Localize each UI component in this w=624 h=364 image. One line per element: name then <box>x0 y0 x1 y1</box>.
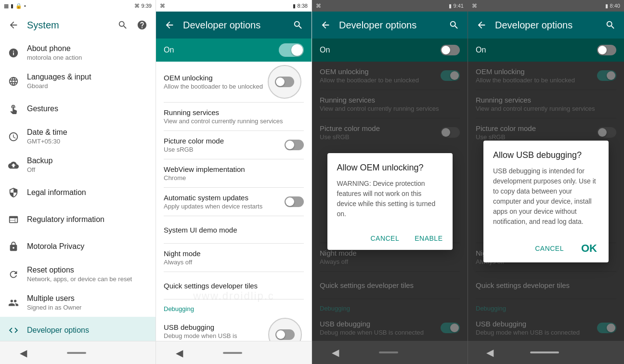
sidebar-item-languages[interactable]: Languages & input Gboard <box>0 67 156 95</box>
nav-bar-left: ◀ <box>0 341 156 364</box>
settings-system-ui-demo[interactable]: System UI demo mode <box>156 216 312 243</box>
developer-label: Developer options <box>27 326 89 335</box>
backup-sub: Off <box>27 166 52 173</box>
nav-back-r2[interactable]: ◀ <box>486 347 494 358</box>
datetime-sub: GMT+05:30 <box>27 138 67 145</box>
lang-sub: Gboard <box>27 82 91 90</box>
help-button-system[interactable] <box>136 19 148 31</box>
appbar-r2: Developer options <box>468 12 624 39</box>
developer-toggle-r2[interactable] <box>597 45 616 55</box>
sidebar-item-regulatory[interactable]: Regulatory information <box>0 206 156 233</box>
on-text-mid: On <box>164 46 174 54</box>
status-icons-left: ▦ ▮ 🔒 • <box>4 3 26 9</box>
sidebar-item-about-phone[interactable]: About phone motorola one action <box>0 39 156 67</box>
status-right-mid: ▮ 8:38 <box>293 3 308 9</box>
nav-back-icon[interactable]: ◀ <box>20 347 27 359</box>
status-bar-r2: ⌘ ▮ 8:40 <box>468 0 624 12</box>
back-button-r1[interactable] <box>320 19 331 31</box>
panel-system-settings: ▦ ▮ 🔒 • ⌘ 9:39 System About phone <box>0 0 156 364</box>
oem-enable-button[interactable]: Enable <box>409 231 448 246</box>
sidebar-text-backup: Backup Off <box>27 156 52 173</box>
color-sub: Use sRGB <box>164 146 224 153</box>
oem-toggle-knob <box>276 78 285 86</box>
usb-toggle[interactable] <box>275 329 295 340</box>
sidebar-text-lang: Languages & input Gboard <box>27 73 91 90</box>
status-bar-left: ▦ ▮ 🔒 • ⌘ 9:39 <box>0 0 156 12</box>
users-sub: Signed in as Owner <box>27 304 81 311</box>
auto-toggle[interactable] <box>285 196 304 207</box>
usb-ok-button[interactable]: OK <box>573 238 605 259</box>
status-icons-mid: ⌘ <box>160 3 165 9</box>
nav-back-mid[interactable]: ◀ <box>176 347 183 359</box>
oem-dialog-content: WARNING: Device protection features will… <box>327 179 453 227</box>
sidebar-item-legal[interactable]: Legal information <box>0 179 156 206</box>
color-toggle[interactable] <box>285 140 304 150</box>
settings-picture-color[interactable]: Picture color mode Use sRGB <box>156 131 312 159</box>
time-left: 9:39 <box>142 3 152 9</box>
sidebar-text-gestures: Gestures <box>27 104 58 113</box>
developer-toggle-r1[interactable] <box>441 45 460 55</box>
nav-home-r1[interactable] <box>379 351 398 353</box>
oem-cancel-button[interactable]: Cancel <box>364 231 405 246</box>
demo-title: System UI demo mode <box>164 226 304 234</box>
toggle-knob-r1 <box>442 46 450 54</box>
reset-sub: Network, apps, or device can be reset <box>27 275 132 283</box>
back-button-r2[interactable] <box>476 19 487 31</box>
nav-bar-r1: ◀ <box>312 341 468 364</box>
settings-night-mode[interactable]: Night mode Always off <box>156 244 312 272</box>
status-right-r1: ▮ 9:41 <box>449 3 464 9</box>
settings-qs-dev-tiles[interactable]: Quick settings developer tiles <box>156 272 312 299</box>
sidebar-item-backup[interactable]: Backup Off <box>0 151 156 179</box>
nav-home-mid[interactable] <box>223 352 242 354</box>
sidebar-item-reset[interactable]: Reset options Network, apps, or device c… <box>0 260 156 288</box>
debugging-label-mid: Debugging <box>156 299 312 314</box>
wifi-icon-l: ⌘ <box>134 3 140 9</box>
oem-toggle-mid[interactable] <box>275 77 294 87</box>
sidebar-text-users: Multiple users Signed in as Owner <box>27 294 81 311</box>
nav-home-indicator[interactable] <box>67 352 86 354</box>
back-button-dev-mid[interactable] <box>164 19 175 31</box>
search-button-dev-mid[interactable] <box>292 19 304 31</box>
appbar-title-dev-mid: Developer options <box>183 20 285 31</box>
settings-oem-unlocking[interactable]: OEM unlocking Allow the bootloader to be… <box>156 62 312 102</box>
search-button-system[interactable] <box>117 19 129 31</box>
color-row: Picture color mode Use sRGB <box>164 137 304 153</box>
time-r1: 9:41 <box>454 3 464 9</box>
settings-running-services[interactable]: Running services View and control curren… <box>156 103 312 130</box>
status-icons-r1: ⌘ <box>316 3 321 9</box>
usb-text: USB debugging Debug mode when USB is con… <box>164 323 266 341</box>
usb-cancel-button[interactable]: Cancel <box>529 241 570 256</box>
on-banner-r2: On <box>468 39 624 62</box>
sidebar-item-developer[interactable]: Developer options <box>0 317 156 341</box>
search-button-r1[interactable] <box>448 19 460 31</box>
back-button-system[interactable] <box>8 19 19 31</box>
settings-webview[interactable]: WebView implementation Chrome <box>156 159 312 187</box>
toggle-knob-mid <box>291 44 303 56</box>
sidebar-item-privacy[interactable]: Motorola Privacy <box>0 233 156 260</box>
developer-toggle-mid[interactable] <box>279 43 304 57</box>
sidebar-item-gestures[interactable]: Gestures <box>0 95 156 122</box>
nav-home-r2[interactable] <box>530 351 559 353</box>
status-right-left: ⌘ 9:39 <box>134 3 152 9</box>
nav-back-r1[interactable]: ◀ <box>332 347 339 358</box>
toggle-knob-r2 <box>598 46 607 54</box>
sidebar-item-datetime[interactable]: Date & time GMT+05:30 <box>0 122 156 151</box>
legal-icon <box>8 187 19 198</box>
panel-developer-options: ⌘ ▮ 8:38 Developer options On OEM unlock… <box>156 0 312 364</box>
time-r2: 8:40 <box>610 3 620 9</box>
oem-text: OEM unlocking Allow the bootloader to be… <box>164 74 263 90</box>
usb-dialog-actions: Cancel OK <box>483 234 609 262</box>
running-title: Running services <box>164 108 304 117</box>
gestures-icon <box>8 103 19 115</box>
sidebar-item-users[interactable]: Multiple users Signed in as Owner <box>0 288 156 317</box>
usb-toggle-container <box>266 320 304 341</box>
settings-usb-debug[interactable]: USB debugging Debug mode when USB is con… <box>156 314 312 341</box>
sidebar-text-about: About phone motorola one action <box>27 44 82 61</box>
wifi-icon-mid: ⌘ <box>160 3 165 9</box>
appbar-system: System <box>0 12 156 39</box>
color-title: Picture color mode <box>164 137 224 145</box>
search-button-r2[interactable] <box>605 19 616 31</box>
settings-auto-updates[interactable]: Automatic system updates Apply updates w… <box>156 188 312 216</box>
appbar-title-system: System <box>27 20 109 31</box>
dev-scroll-mid: OEM unlocking Allow the bootloader to be… <box>156 62 312 341</box>
